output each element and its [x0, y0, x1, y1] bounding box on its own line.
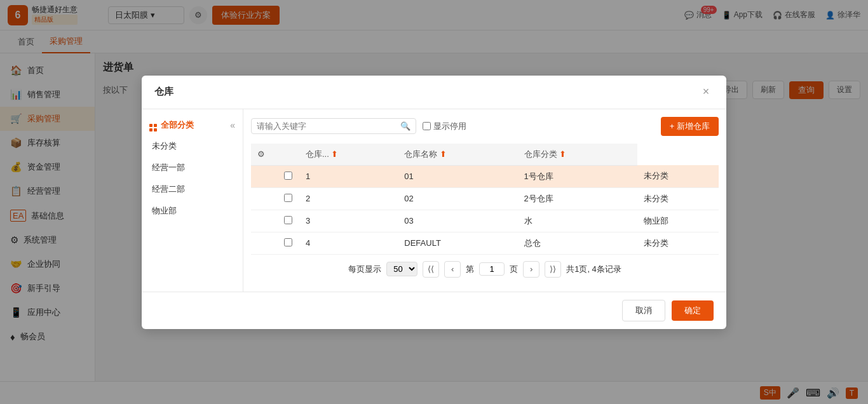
row-check[interactable]: [276, 165, 299, 187]
category-panel: 全部分类 « 未分类 经营一部 经营二部 物业部: [142, 109, 243, 292]
sort-icon3: ⬆: [559, 149, 566, 159]
row-code: 01: [398, 165, 517, 187]
col-category: 仓库分类 ⬆: [518, 144, 637, 166]
warehouse-table: ⚙ 仓库... ⬆ 仓库名称 ⬆: [251, 144, 719, 255]
modal-overlay: 仓库 × 全部分类 « 未分类: [0, 0, 868, 404]
table-row[interactable]: 4 DEFAULT 总仓 未分类: [251, 232, 719, 254]
row-gear: [251, 187, 276, 210]
category-header: 全部分类 «: [142, 116, 243, 135]
search-icon: 🔍: [400, 121, 410, 131]
grid-icon: [149, 119, 157, 131]
category-item-property[interactable]: 物业部: [142, 200, 243, 222]
row-name: 1号仓库: [518, 165, 637, 187]
page-label: 第: [466, 264, 474, 275]
row-category: 未分类: [637, 165, 719, 187]
row-name: 2号仓库: [518, 187, 637, 210]
all-categories-item[interactable]: 全部分类: [149, 119, 194, 131]
show-disabled-text: 显示停用: [433, 121, 466, 132]
row-code: 03: [398, 210, 517, 232]
row-check[interactable]: [276, 232, 299, 254]
row-num: 3: [299, 210, 398, 232]
sort-icon: ⬆: [331, 149, 338, 159]
row-code: 02: [398, 187, 517, 210]
row-gear: [251, 210, 276, 232]
total-info: 共1页, 4条记录: [566, 264, 621, 275]
col-code: 仓库... ⬆: [299, 144, 398, 166]
modal-close-button[interactable]: ×: [698, 84, 714, 100]
sort-icon2: ⬆: [440, 149, 447, 159]
confirm-button[interactable]: 确定: [672, 300, 714, 321]
row-category: 未分类: [637, 232, 719, 254]
modal-header: 仓库 ×: [142, 76, 726, 109]
search-box: 🔍: [251, 118, 416, 134]
show-disabled-checkbox[interactable]: [423, 122, 431, 130]
table-panel: 🔍 显示停用 + 新增仓库 ⚙: [243, 109, 726, 292]
search-input[interactable]: [257, 121, 397, 131]
row-category: 物业部: [637, 210, 719, 232]
table-row[interactable]: 3 03 水 物业部: [251, 210, 719, 232]
row-num: 1: [299, 165, 398, 187]
cancel-button[interactable]: 取消: [622, 300, 665, 321]
col-name: 仓库名称 ⬆: [398, 144, 517, 166]
per-page-label: 每页显示: [348, 264, 381, 275]
table-toolbar: 🔍 显示停用 + 新增仓库: [251, 117, 719, 136]
all-categories-label: 全部分类: [161, 119, 194, 131]
first-page-button[interactable]: ⟨⟨: [423, 261, 439, 278]
collapse-button[interactable]: «: [230, 120, 235, 130]
modal-title: 仓库: [154, 86, 173, 98]
warehouse-modal: 仓库 × 全部分类 « 未分类: [142, 76, 726, 329]
modal-body: 全部分类 « 未分类 经营一部 经营二部 物业部: [142, 109, 726, 292]
table-row[interactable]: 2 02 2号仓库 未分类: [251, 187, 719, 210]
pagination: 每页显示 50 ⟨⟨ ‹ 第 页 › ⟩⟩ 共1页, 4条记录: [251, 255, 719, 284]
last-page-button[interactable]: ⟩⟩: [545, 261, 561, 278]
row-num: 2: [299, 187, 398, 210]
row-check[interactable]: [276, 187, 299, 210]
col-settings: ⚙: [251, 144, 276, 166]
table-row[interactable]: 1 01 1号仓库 未分类: [251, 165, 719, 187]
col-check: [276, 144, 299, 166]
show-disabled-label[interactable]: 显示停用: [423, 121, 466, 132]
add-warehouse-button[interactable]: + 新增仓库: [661, 117, 719, 136]
prev-page-button[interactable]: ‹: [444, 261, 461, 278]
row-num: 4: [299, 232, 398, 254]
per-page-select[interactable]: 50: [386, 262, 417, 276]
table-container: ⚙ 仓库... ⬆ 仓库名称 ⬆: [251, 144, 719, 255]
row-gear: [251, 232, 276, 254]
category-item-dept1[interactable]: 经营一部: [142, 157, 243, 178]
page-unit: 页: [510, 264, 518, 275]
row-check[interactable]: [276, 210, 299, 232]
category-item-unclassified[interactable]: 未分类: [142, 135, 243, 157]
page-input[interactable]: [479, 262, 505, 276]
row-category: 未分类: [637, 187, 719, 210]
modal-footer: 取消 确定: [142, 292, 726, 329]
row-name: 水: [518, 210, 637, 232]
next-page-button[interactable]: ›: [523, 261, 539, 278]
row-name: 总仓: [518, 232, 637, 254]
row-gear: [251, 165, 276, 187]
category-item-dept2[interactable]: 经营二部: [142, 178, 243, 200]
row-code: DEFAULT: [398, 232, 517, 254]
